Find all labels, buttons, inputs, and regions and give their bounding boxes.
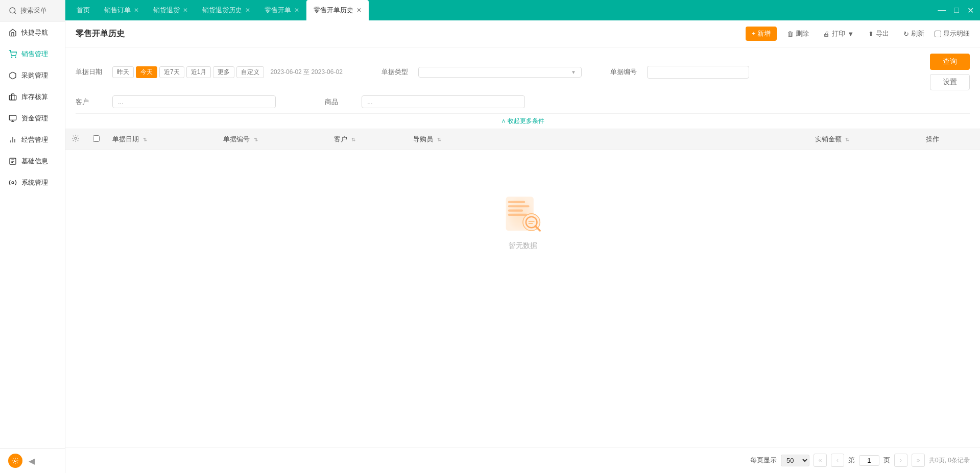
customer-select[interactable]: ... <box>112 95 276 108</box>
sidebar-item-quick-nav[interactable]: 快捷导航 <box>0 22 65 43</box>
tab-sales-return-history-label: 销货退货历史 <box>202 6 242 15</box>
tab-sales-return[interactable]: 销货退货 ✕ <box>146 0 195 20</box>
sidebar-item-purchase-mgmt[interactable]: 采购管理 <box>0 65 65 86</box>
sidebar-item-finance[interactable]: 资金管理 <box>0 108 65 129</box>
date-btn-7days[interactable]: 近7天 <box>159 66 184 78</box>
number-input[interactable] <box>647 66 749 79</box>
svg-rect-19 <box>508 210 522 212</box>
tab-bar-controls: — □ ✕ <box>936 4 976 17</box>
sidebar-item-sales-mgmt[interactable]: 销售管理 <box>0 43 65 65</box>
next-page-btn[interactable]: › <box>894 454 907 467</box>
home-icon <box>8 28 17 37</box>
print-chevron-icon: ▼ <box>847 30 854 38</box>
filter-row-2: 客户 ... 商品 ... <box>76 95 970 108</box>
refresh-button[interactable]: ↻ 刷新 <box>899 27 928 40</box>
filter-row-1: 单据日期 昨天 今天 近7天 近1月 更多 自定义 2023-06-02 至 2… <box>76 54 970 90</box>
tab-retail-open-history[interactable]: 零售开单历史 ✕ <box>306 0 369 20</box>
search-icon <box>8 6 17 15</box>
tab-sales-return-history[interactable]: 销货退货历史 ✕ <box>195 0 257 20</box>
sidebar-settings-btn[interactable] <box>8 454 22 468</box>
sidebar-item-inventory[interactable]: 库存核算 <box>0 86 65 108</box>
select-all-checkbox[interactable] <box>93 135 100 142</box>
sidebar-search[interactable]: 搜索采单 <box>0 0 65 22</box>
add-button[interactable]: + 新增 <box>746 27 777 41</box>
date-btn-1month[interactable]: 近1月 <box>186 66 211 78</box>
svg-point-13 <box>12 182 14 184</box>
type-select-chevron-icon: ▼ <box>571 69 576 75</box>
date-range-display: 2023-06-02 至 2023-06-02 <box>270 68 342 77</box>
tab-retail-open-close[interactable]: ✕ <box>294 7 299 14</box>
tab-retail-open[interactable]: 零售开单 ✕ <box>257 0 306 20</box>
date-btn-custom[interactable]: 自定义 <box>236 66 264 78</box>
type-select[interactable]: ▼ <box>418 67 582 78</box>
sort-amount-icon: ⇅ <box>845 137 849 142</box>
last-page-btn[interactable]: » <box>912 454 925 467</box>
setting-button[interactable]: 设置 <box>930 74 970 90</box>
first-page-btn[interactable]: « <box>814 454 827 467</box>
sidebar-item-operations[interactable]: 经营管理 <box>0 129 65 151</box>
delete-button[interactable]: 🗑 删除 <box>783 27 813 40</box>
th-customer[interactable]: 客户 ⇅ <box>328 129 407 150</box>
tab-sales-order-label: 销售订单 <box>104 6 131 15</box>
th-date-label: 单据日期 <box>112 135 139 143</box>
settings-icon <box>8 178 17 187</box>
main-area: 首页 销售订单 ✕ 销货退货 ✕ 销货退货历史 ✕ 零售开单 ✕ 零售开单历史 … <box>65 0 980 473</box>
sidebar-item-basic-info[interactable]: 基础信息 <box>0 151 65 172</box>
date-btn-more[interactable]: 更多 <box>213 66 234 78</box>
filter-collapse-btn[interactable]: ∧ 收起更多条件 <box>76 113 970 129</box>
tab-home[interactable]: 首页 <box>69 0 97 20</box>
sidebar-item-system[interactable]: 系统管理 <box>0 172 65 193</box>
type-label: 单据类型 <box>381 67 410 77</box>
tab-sales-return-history-close[interactable]: ✕ <box>245 7 250 14</box>
tab-sales-order-close[interactable]: ✕ <box>134 7 139 14</box>
info-icon <box>8 157 17 166</box>
page-title: 零售开单历史 <box>76 29 746 39</box>
sidebar-collapse-btn[interactable]: ◀ <box>29 456 35 466</box>
prev-page-btn[interactable]: ‹ <box>831 454 844 467</box>
svg-point-0 <box>10 8 15 13</box>
table-header: 单据日期 ⇅ 单据编号 ⇅ 客户 ⇅ 导购员 ⇅ <box>65 129 980 150</box>
page-label: 第 <box>848 456 855 465</box>
sidebar-item-label: 销售管理 <box>21 49 48 59</box>
export-button[interactable]: ⬆ 导出 <box>864 27 893 40</box>
sidebar-item-label: 系统管理 <box>21 178 48 187</box>
sidebar-item-label: 经营管理 <box>21 135 48 144</box>
date-btn-yesterday[interactable]: 昨天 <box>112 66 134 78</box>
toolbar: + 新增 🗑 删除 🖨 打印 ▼ ⬆ 导出 ↻ 刷新 <box>746 27 970 41</box>
trash-icon: 🗑 <box>787 30 794 38</box>
print-button[interactable]: 🖨 打印 ▼ <box>819 27 858 40</box>
display-detail-checkbox[interactable] <box>935 31 941 37</box>
th-number[interactable]: 单据编号 ⇅ <box>217 129 328 150</box>
window-minimize-btn[interactable]: — <box>936 4 948 17</box>
th-date[interactable]: 单据日期 ⇅ <box>106 129 217 150</box>
tab-sales-order[interactable]: 销售订单 ✕ <box>97 0 146 20</box>
goods-select[interactable]: ... <box>362 95 525 108</box>
th-action-label: 操作 <box>926 135 939 143</box>
display-detail-toggle[interactable]: 显示明细 <box>935 29 970 38</box>
date-btn-today[interactable]: 今天 <box>136 66 157 78</box>
page-number-input[interactable] <box>859 455 879 466</box>
tab-sales-return-label: 销货退货 <box>153 6 180 15</box>
th-spacer <box>503 129 809 150</box>
svg-line-1 <box>14 12 16 14</box>
tab-bar: 首页 销售订单 ✕ 销货退货 ✕ 销货退货历史 ✕ 零售开单 ✕ 零售开单历史 … <box>65 0 980 20</box>
query-button[interactable]: 查询 <box>930 54 970 70</box>
data-table: 单据日期 ⇅ 单据编号 ⇅ 客户 ⇅ 导购员 ⇅ <box>65 129 980 150</box>
window-close-btn[interactable]: ✕ <box>965 4 976 17</box>
finance-icon <box>8 114 17 123</box>
th-salesperson[interactable]: 导购员 ⇅ <box>407 129 502 150</box>
per-page-select[interactable]: 50 10 20 100 <box>781 455 809 466</box>
refresh-icon: ↻ <box>903 30 909 38</box>
th-number-label: 单据编号 <box>223 135 250 143</box>
tab-sales-return-close[interactable]: ✕ <box>183 7 188 14</box>
th-checkbox[interactable] <box>86 129 106 150</box>
tab-retail-open-history-label: 零售开单历史 <box>314 6 353 15</box>
svg-point-15 <box>75 137 77 139</box>
tab-retail-open-history-close[interactable]: ✕ <box>356 7 362 14</box>
th-settings[interactable] <box>65 129 86 150</box>
svg-rect-4 <box>9 95 16 100</box>
th-amount[interactable]: 实销金额 ⇅ <box>809 129 920 150</box>
chart-icon <box>8 135 17 144</box>
filter-area: 单据日期 昨天 今天 近7天 近1月 更多 自定义 2023-06-02 至 2… <box>65 47 980 129</box>
window-maximize-btn[interactable]: □ <box>952 4 961 17</box>
